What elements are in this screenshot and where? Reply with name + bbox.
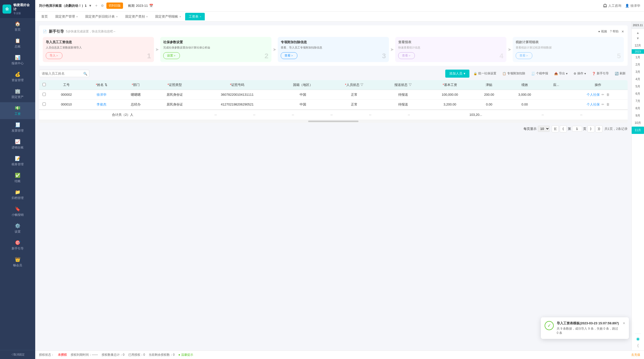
month-item-2[interactable]: 2月 — [632, 61, 644, 68]
personal-social-btn[interactable]: 个人社保 — [587, 93, 600, 96]
month-item-5[interactable]: 5月 — [632, 83, 644, 90]
sidebar-item-assets[interactable]: 🏢 固定资产 — [0, 85, 35, 102]
tab-fixed-assets[interactable]: 固定资产管理 × — [52, 13, 81, 20]
month-item-10[interactable]: 10月 — [632, 119, 644, 127]
sidebar-item-reports[interactable]: 📊 报表中心 — [0, 52, 35, 69]
guide-steps: 导入员工工资信息 人员信息及工资数据新增导入 导入＞ 1 ➤ 社保参数设置 完成… — [43, 37, 624, 62]
search-input[interactable] — [39, 70, 89, 77]
cell-id-number: 412702198206290521 — [197, 99, 277, 109]
month-item-7[interactable]: 7月 — [632, 97, 644, 105]
step-5-btn[interactable]: 查看＞ — [516, 52, 532, 59]
sidebar-item-invoice[interactable]: 🧾 发票管理 — [0, 119, 35, 136]
deduction-btn[interactable]: 📋 专项附加扣除 — [500, 70, 527, 77]
next-page-btn[interactable]: ⟩ — [587, 125, 594, 132]
delete-icon[interactable]: 🗑 — [606, 102, 610, 106]
month-item-12[interactable]: 12月 — [632, 42, 644, 49]
delete-icon[interactable]: 🗑 — [606, 93, 610, 96]
step-2-btn[interactable]: 设置＞ — [163, 52, 180, 59]
sidebar-item-home[interactable]: 🏠 首页 — [0, 18, 35, 35]
employee-name-link[interactable]: 李俊杰 — [97, 102, 106, 106]
edit-icon[interactable]: ✏ — [601, 93, 604, 96]
social-security-btn[interactable]: 🔒 统一社保设置 — [471, 70, 498, 77]
page-number-input[interactable] — [572, 126, 582, 132]
month-item-8[interactable]: 8月 — [632, 105, 644, 112]
month-item-9[interactable]: 9月 — [632, 112, 644, 119]
personal-social-btn[interactable]: 个人社保 — [587, 102, 600, 106]
filter-icon[interactable]: ▽ — [409, 83, 412, 87]
sidebar-item-ledger[interactable]: 📋 总账 — [0, 35, 35, 52]
guide-close-btn[interactable]: × — [622, 29, 624, 34]
month-item-4[interactable]: 4月 — [632, 76, 644, 83]
employee-name-link[interactable]: 徐泽华 — [97, 93, 106, 96]
tax-report-btn[interactable]: 🧾 个税申报 — [529, 70, 550, 77]
calendar-icon[interactable]: 📅 — [149, 4, 153, 8]
sidebar-item-sales[interactable]: 📈 进销台账 — [0, 136, 35, 153]
add-employee-btn[interactable]: 添加人员 ▾ — [445, 70, 469, 78]
tab-depreciation[interactable]: 固定资产折旧统计表 × — [82, 13, 121, 20]
month-item-1[interactable]: 1月 — [632, 54, 644, 61]
first-page-btn[interactable]: ⟨⟨ — [552, 125, 559, 132]
switch-version-btn[interactable]: 切到旧版 — [106, 3, 123, 9]
row-select-checkbox[interactable] — [43, 102, 46, 106]
guide-btn[interactable]: ❓ 新手引导 — [590, 70, 611, 77]
account-selector[interactable]: 刘小艳演示账套（勿删勿动！）1 ▼ — [39, 4, 92, 8]
add-account-btn[interactable]: ＋ — [94, 3, 98, 8]
sidebar-item-label: 工资 — [15, 112, 21, 116]
search-icon[interactable]: 🔍 — [83, 72, 87, 75]
sidebar-item-funds[interactable]: 💰 资金管理 — [0, 69, 35, 85]
tab-asset-category[interactable]: 固定资产类别 × — [122, 13, 151, 20]
notif-close-btn[interactable]: × — [623, 321, 625, 326]
sidebar-item-tax[interactable]: 📝 税务管理 — [0, 153, 35, 170]
guide-help-btn[interactable]: ? 帮助 — [610, 29, 619, 34]
last-page-btn[interactable]: ⟩⟩ — [595, 125, 602, 132]
tab-payroll[interactable]: 工资表 × — [185, 13, 205, 20]
tab-close-icon[interactable]: × — [76, 15, 78, 18]
guide-video-btn[interactable]: ● 视频 — [598, 29, 607, 34]
sort-icon[interactable]: ⇅ — [105, 83, 107, 87]
filter-icon[interactable]: ▽ — [360, 83, 364, 87]
tab-close-icon[interactable]: × — [116, 15, 117, 18]
tab-close-icon[interactable]: × — [200, 15, 201, 18]
edit-icon[interactable]: ✏ — [601, 102, 604, 106]
tab-close-icon[interactable]: × — [179, 15, 181, 18]
horizontal-scrollbar[interactable] — [39, 120, 628, 123]
tab-home[interactable]: 首页 — [38, 13, 51, 20]
page-size-select[interactable]: 10 20 50 — [538, 126, 550, 132]
prev-page-btn[interactable]: ⟨ — [560, 125, 567, 132]
sidebar-item-label: 进销台账 — [12, 145, 24, 150]
step-4-btn[interactable]: 查看＞ — [398, 52, 415, 59]
panel-icon-2[interactable]: ⟨ — [637, 343, 639, 348]
sidebar-item-archive[interactable]: 📁 归档管理 — [0, 186, 35, 203]
sidebar-item-expense[interactable]: 🔖 小畅报销 — [0, 203, 35, 220]
row-select-checkbox[interactable] — [43, 93, 46, 96]
account-dropdown-icon[interactable]: ▼ — [89, 4, 92, 8]
refresh-btn[interactable]: 🔄 刷新 — [613, 70, 628, 77]
export-btn[interactable]: 📤 导出 ▾ — [552, 70, 570, 77]
month-item-3[interactable]: 3月 — [632, 68, 644, 76]
select-all-checkbox[interactable] — [43, 83, 46, 86]
panel-down-arrow[interactable]: ▼ — [635, 36, 641, 41]
tab-asset-ledger[interactable]: 固定资产明细账 × — [152, 13, 184, 20]
month-item-11[interactable]: 11月 — [632, 127, 644, 134]
cancel-fixed-btn[interactable]: ◁取消固定 — [3, 353, 33, 356]
total-dash-8: -- — [562, 110, 601, 120]
sidebar-item-settings[interactable]: ⚙️ 设置 — [0, 220, 35, 237]
renew-btn[interactable]: 去充值 — [631, 353, 640, 357]
tab-close-icon[interactable]: × — [146, 15, 148, 18]
user-profile[interactable]: 👤 徐泽华 — [625, 4, 640, 8]
assistant-btn[interactable]: 🎧 人工咨询 — [603, 4, 621, 8]
sidebar-item-member[interactable]: 👑 畅会员 — [0, 254, 35, 271]
operations-btn[interactable]: ⚙ 操作 ▾ — [572, 70, 588, 77]
year-label-2023[interactable]: 2023 — [632, 49, 644, 54]
month-item-6[interactable]: 6月 — [632, 90, 644, 97]
settings-btn[interactable]: ⚙ — [101, 4, 104, 8]
auth-label: 授权状态： — [39, 353, 54, 357]
step-3-btn[interactable]: 查看＞ — [281, 52, 297, 59]
step-1-btn[interactable]: 导入＞ — [46, 52, 62, 59]
shield-icon: 🔒 — [473, 72, 477, 75]
panel-up-arrow[interactable]: ▲ — [635, 30, 641, 35]
sidebar-item-close[interactable]: ✅ 结账 — [0, 170, 35, 186]
sidebar-item-guide[interactable]: 🎯 新手引导 — [0, 237, 35, 254]
panel-icon-1[interactable]: ◉ — [636, 336, 640, 341]
sidebar-item-payroll[interactable]: 💵 工资 — [0, 102, 35, 119]
